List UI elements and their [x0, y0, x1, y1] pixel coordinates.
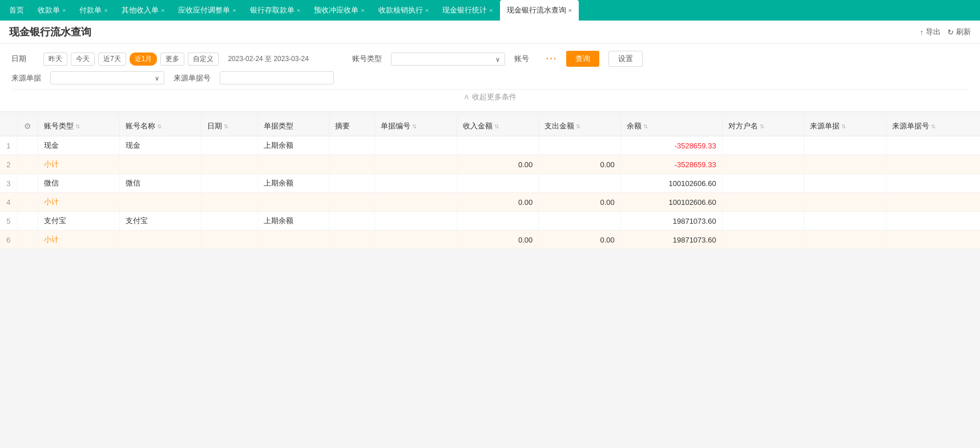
table-settings-icon[interactable]: ⚙	[24, 122, 31, 131]
nav-item-收款单[interactable]: 收款单 ×	[31, 0, 72, 21]
nav-item-预收冲应收单[interactable]: 预收冲应收单 ×	[307, 0, 371, 21]
nav-item-银行存取款单[interactable]: 银行存取款单 ×	[243, 0, 307, 21]
cell-account_type: 小计	[38, 193, 119, 212]
main-table: ⚙账号类型⇅账号名称⇅日期⇅单据类型摘要单据编号⇅收入金额⇅支出金额⇅余额⇅对方…	[0, 116, 980, 249]
date-btn-更多[interactable]: 更多	[160, 53, 184, 66]
nav-item-现金银行统计[interactable]: 现金银行统计 ×	[435, 0, 499, 21]
date-btn-近1月[interactable]: 近1月	[130, 53, 158, 66]
table-body: 1现金现金上期余额-3528659.332小计0.000.00-3528659.…	[0, 136, 980, 249]
date-btn-昨天[interactable]: 昨天	[43, 53, 67, 66]
sort-icon-balance: ⇅	[643, 123, 648, 130]
source-doc-select[interactable]	[50, 71, 164, 84]
table-row: 6小计0.000.0019871073.60	[0, 231, 980, 249]
sort-icon-account_type: ⇅	[75, 123, 80, 130]
cell-source_doc	[804, 136, 886, 155]
cell-summary	[329, 212, 375, 231]
nav-item-收款核销执行[interactable]: 收款核销执行 ×	[372, 0, 435, 21]
th-account_name[interactable]: 账号名称⇅	[119, 116, 201, 136]
date-range: 2023-02-24 至 2023-03-24	[228, 54, 308, 64]
source-doc-no-input[interactable]	[220, 71, 334, 84]
cell-source_doc	[804, 193, 886, 212]
cell-doc_type: 上期余额	[258, 212, 329, 231]
cell-checkbox	[17, 193, 38, 212]
page-header: 现金银行流水查询 ↑ 导出 ↻ 刷新	[0, 21, 980, 44]
cell-counterpart	[722, 136, 804, 155]
table-container: ⚙账号类型⇅账号名称⇅日期⇅单据类型摘要单据编号⇅收入金额⇅支出金额⇅余额⇅对方…	[0, 116, 980, 249]
cell-doc_no	[375, 231, 457, 249]
th-income[interactable]: 收入金额⇅	[457, 116, 538, 136]
cell-date	[201, 136, 258, 155]
nav-close-icon[interactable]: ×	[568, 7, 572, 14]
th-doc_no[interactable]: 单据编号⇅	[375, 116, 457, 136]
th-source_doc_no[interactable]: 来源单据号⇅	[886, 116, 980, 136]
settings-button[interactable]: 设置	[608, 51, 643, 67]
cell-income	[457, 136, 538, 155]
th-date[interactable]: 日期⇅	[201, 116, 258, 136]
cell-balance: -3528659.33	[620, 155, 722, 174]
cell-income: 0.00	[457, 155, 538, 174]
cell-doc_no	[375, 212, 457, 231]
cell-row-num: 5	[0, 212, 17, 231]
date-btn-近7天[interactable]: 近7天	[98, 53, 126, 66]
nav-close-icon[interactable]: ×	[297, 7, 300, 14]
collapse-up-icon: ∧	[463, 92, 472, 101]
nav-item-付款单[interactable]: 付款单 ×	[72, 0, 114, 21]
nav-item-应收应付调整单[interactable]: 应收应付调整单 ×	[171, 0, 243, 21]
account-dots-button[interactable]: ···	[546, 54, 557, 64]
table-header-row: ⚙账号类型⇅账号名称⇅日期⇅单据类型摘要单据编号⇅收入金额⇅支出金额⇅余额⇅对方…	[0, 116, 980, 136]
cell-income: 0.00	[457, 231, 538, 249]
nav-close-icon[interactable]: ×	[104, 7, 107, 14]
nav-item-其他收入单[interactable]: 其他收入单 ×	[115, 0, 171, 21]
cell-doc_no	[375, 155, 457, 174]
header-actions: ↑ 导出 ↻ 刷新	[920, 27, 971, 37]
th-settings[interactable]: ⚙	[17, 116, 38, 136]
source-doc-chevron-icon	[155, 74, 159, 82]
cell-checkbox	[17, 231, 38, 249]
account-label: 账号	[514, 54, 537, 64]
cell-row-num: 3	[0, 174, 17, 193]
cell-source_doc	[804, 155, 886, 174]
cell-counterpart	[722, 193, 804, 212]
cell-doc_type	[258, 231, 329, 249]
export-button[interactable]: ↑ 导出	[920, 27, 941, 37]
nav-close-icon[interactable]: ×	[361, 7, 364, 14]
account-type-select[interactable]	[391, 53, 505, 66]
th-expense[interactable]: 支出金额⇅	[539, 116, 620, 136]
cell-account_type: 小计	[38, 155, 119, 174]
nav-close-icon[interactable]: ×	[489, 7, 493, 14]
nav-item-首页[interactable]: 首页	[2, 0, 31, 21]
date-label: 日期	[11, 54, 34, 64]
nav-close-icon[interactable]: ×	[232, 7, 236, 14]
th-balance[interactable]: 余额⇅	[620, 116, 722, 136]
query-button[interactable]: 查询	[566, 51, 599, 67]
cell-balance: -3528659.33	[620, 136, 722, 155]
cell-balance: 19871073.60	[620, 212, 722, 231]
cell-account_type: 小计	[38, 231, 119, 249]
cell-date	[201, 212, 258, 231]
cell-summary	[329, 231, 375, 249]
source-doc-label: 来源单据	[11, 73, 41, 83]
collapse-bar[interactable]: ∧ 收起更多条件	[11, 89, 969, 104]
nav-item-现金银行流水查询[interactable]: 现金银行流水查询 ×	[500, 0, 579, 21]
cell-date	[201, 174, 258, 193]
refresh-button[interactable]: ↻ 刷新	[947, 27, 971, 37]
th-counterpart[interactable]: 对方户名⇅	[722, 116, 804, 136]
nav-close-icon[interactable]: ×	[161, 7, 164, 14]
cell-account_name: 支付宝	[119, 212, 201, 231]
date-btn-自定义[interactable]: 自定义	[188, 53, 219, 66]
filter-row-source: 来源单据 来源单据号	[11, 71, 969, 84]
cell-summary	[329, 174, 375, 193]
cell-account_name: 微信	[119, 174, 201, 193]
th-source_doc[interactable]: 来源单据⇅	[804, 116, 886, 136]
account-type-chevron-icon	[495, 55, 500, 63]
th-doc_type: 单据类型	[258, 116, 329, 136]
cell-counterpart	[722, 174, 804, 193]
table-row: 5支付宝支付宝上期余额19871073.60	[0, 212, 980, 231]
nav-close-icon[interactable]: ×	[62, 7, 66, 14]
nav-close-icon[interactable]: ×	[425, 7, 429, 14]
th-account_type[interactable]: 账号类型⇅	[38, 116, 119, 136]
date-btn-今天[interactable]: 今天	[71, 53, 95, 66]
th-summary: 摘要	[329, 116, 375, 136]
cell-income: 0.00	[457, 193, 538, 212]
cell-counterpart	[722, 212, 804, 231]
